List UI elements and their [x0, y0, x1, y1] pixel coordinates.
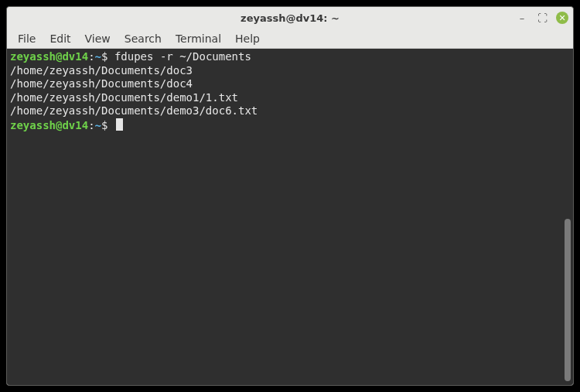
window-title: zeyassh@dv14: ~: [241, 12, 339, 24]
menu-help[interactable]: Help: [235, 32, 260, 45]
prompt-user-host: zeyassh@dv14: [10, 50, 88, 63]
cursor-block: [116, 118, 123, 131]
menu-edit[interactable]: Edit: [49, 32, 70, 45]
output-line: /home/zeyassh/Documents/doc4: [10, 77, 570, 91]
menu-file[interactable]: File: [18, 32, 36, 45]
menu-view[interactable]: View: [85, 32, 111, 45]
close-button[interactable]: ✕: [556, 12, 568, 24]
output-line: /home/zeyassh/Documents/doc3: [10, 64, 570, 78]
terminal-line: zeyassh@dv14:~$: [10, 118, 570, 133]
output-line: /home/zeyassh/Documents/demo1/1.txt: [10, 91, 570, 105]
output-line: /home/zeyassh/Documents/demo3/doc6.txt: [10, 104, 570, 118]
menu-search[interactable]: Search: [125, 32, 162, 45]
minimize-button[interactable]: –: [516, 12, 528, 24]
prompt-user-host: zeyassh@dv14: [10, 119, 88, 131]
window-controls: – ⛶ ✕: [516, 7, 568, 29]
terminal-line: zeyassh@dv14:~$ fdupes -r ~/Documents: [10, 50, 570, 64]
terminal-window: zeyassh@dv14: ~ – ⛶ ✕ File Edit View Sea…: [6, 6, 574, 386]
command-text: fdupes -r ~/Documents: [114, 50, 251, 63]
prompt-path: ~: [95, 50, 101, 63]
prompt-path: ~: [95, 119, 101, 131]
maximize-button[interactable]: ⛶: [536, 12, 548, 24]
terminal-body[interactable]: zeyassh@dv14:~$ fdupes -r ~/Documents/ho…: [7, 49, 573, 385]
titlebar[interactable]: zeyassh@dv14: ~ – ⛶ ✕: [7, 7, 573, 29]
scrollbar-thumb[interactable]: [565, 219, 571, 381]
menu-terminal[interactable]: Terminal: [176, 32, 221, 45]
menubar: File Edit View Search Terminal Help: [7, 29, 573, 49]
